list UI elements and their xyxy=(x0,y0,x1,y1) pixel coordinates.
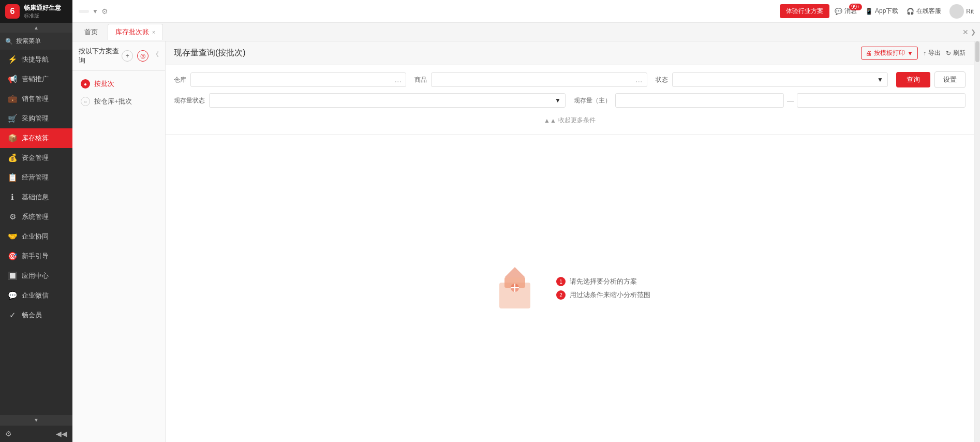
print-button[interactable]: 🖨 按模板打印 ▼ xyxy=(861,47,918,60)
nav-icon-9: 🤝 xyxy=(7,232,18,241)
sidebar-item-kuaijie[interactable]: ⚡ 快捷导航 xyxy=(0,50,72,69)
inventory-qty-label: 现存量（主） xyxy=(574,96,611,105)
topbar-settings-icon[interactable]: ⚙ xyxy=(101,7,108,16)
message-icon: 💬 xyxy=(835,8,842,15)
inventory-status-dropdown-icon: ▼ xyxy=(555,97,561,104)
query-row-2: 现存量状态 ▼ 现存量（主） — xyxy=(174,93,966,108)
warehouse-field: 仓库 … xyxy=(174,72,406,87)
sidebar-item-xiaoshou[interactable]: 💼 销售管理 xyxy=(0,89,72,109)
breadcrumb-dropdown-icon[interactable]: ▼ xyxy=(92,8,98,15)
app-download-btn[interactable]: 📱 App下载 xyxy=(865,7,898,16)
nav-icon-13: ✓ xyxy=(7,311,18,320)
sidebar-item-xinshou[interactable]: 🎯 新手引导 xyxy=(0,246,72,266)
qty-range-to[interactable] xyxy=(797,93,966,108)
sidebar-item-kucun[interactable]: 📦 库存核算 xyxy=(0,128,72,148)
trial-button[interactable]: 体验行业方案 xyxy=(780,4,829,18)
tab-scroll-icon[interactable]: ❯ xyxy=(971,28,976,36)
sidebar-item-huiyuan[interactable]: ✓ 畅会员 xyxy=(0,305,72,325)
goods-input[interactable]: … xyxy=(431,72,647,87)
nav-icon-6: 📋 xyxy=(7,173,18,182)
warehouse-input[interactable]: … xyxy=(190,72,406,87)
sidebar-item-label-4: 库存核算 xyxy=(22,134,49,143)
tab-home[interactable]: 首页 xyxy=(77,24,106,40)
tab-panel-close-btn[interactable]: ✕ xyxy=(962,28,969,36)
sidebar-item-zijin[interactable]: 💰 资金管理 xyxy=(0,148,72,168)
status-select[interactable]: ▼ xyxy=(672,72,888,87)
online-service-btn[interactable]: 🎧 在线客服 xyxy=(907,7,941,16)
nav-icon-11: 🔲 xyxy=(7,271,18,281)
filter-list: ● 按批次 ○ 按仓库+批次 xyxy=(72,71,165,114)
status-dropdown-icon: ▼ xyxy=(877,76,883,83)
filter-panel-header: 按以下方案查询 + ◎ 《 xyxy=(72,41,165,71)
sidebar-item-jingying[interactable]: 📋 经营管理 xyxy=(0,168,72,187)
filter-add-btn[interactable]: + xyxy=(122,50,133,62)
query-form: 仓库 … 商品 … 状态 xyxy=(166,65,974,135)
search-label: 搜索菜单 xyxy=(16,37,41,46)
right-scrollbar[interactable] xyxy=(974,41,980,442)
qty-range-from[interactable] xyxy=(615,93,784,108)
sidebar-item-yingyong[interactable]: 🔲 应用中心 xyxy=(0,266,72,286)
sidebar-item-label-0: 快捷导航 xyxy=(22,55,49,64)
filter-active-icon: ● xyxy=(81,79,90,89)
sidebar-footer: ⚙ ◀◀ xyxy=(0,425,72,442)
collapse-up-icon: ▲▲ xyxy=(544,117,556,124)
filter-item-label-1: 按仓库+批次 xyxy=(94,97,132,106)
user-avatar-area[interactable]: Rit xyxy=(949,4,974,19)
page-header-actions: 🖨 按模板打印 ▼ ↑ 导出 ↻ 刷新 xyxy=(861,47,966,60)
sidebar-item-label-10: 新手引导 xyxy=(22,252,49,261)
search-menu[interactable]: 🔍 搜索菜单 xyxy=(0,33,72,50)
filter-inactive-icon: ○ xyxy=(81,97,90,106)
messages-btn[interactable]: 💬 消息 99+ xyxy=(835,7,857,16)
sidebar-item-caigou[interactable]: 🛒 采购管理 xyxy=(0,109,72,128)
tab-active-label: 库存批次账 xyxy=(115,27,149,37)
query-button[interactable]: 查询 xyxy=(896,72,930,87)
settings-button[interactable]: 设置 xyxy=(934,71,966,88)
sidebar-item-yingxiao[interactable]: 📢 营销推广 xyxy=(0,69,72,89)
collapse-icon[interactable]: ◀◀ xyxy=(56,430,67,438)
tab-kucun-pici[interactable]: 库存批次账 × xyxy=(108,24,163,40)
topbar: ▼ ⚙ 体验行业方案 💬 消息 99+ 📱 App下载 🎧 在线客服 Rit xyxy=(72,0,980,23)
empty-tip-1: 1 请先选择要分析的方案 xyxy=(556,277,650,286)
nav-icon-5: 💰 xyxy=(7,153,18,163)
filter-panel-actions: + ◎ 《 xyxy=(122,50,159,62)
collapse-more-btn[interactable]: ▲▲ 收起更多条件 xyxy=(174,113,966,128)
filter-collapse-icon[interactable]: 《 xyxy=(153,50,159,62)
nav-icon-7: ℹ xyxy=(7,193,18,202)
range-separator: — xyxy=(787,97,794,105)
inventory-status-select[interactable]: ▼ xyxy=(209,93,566,108)
scrollbar-thumb[interactable] xyxy=(975,41,979,62)
nav-icon-8: ⚙ xyxy=(7,212,18,222)
sidebar-item-qiye[interactable]: 🤝 企业协同 xyxy=(0,227,72,246)
sidebar-item-label-8: 系统管理 xyxy=(22,212,49,222)
tab-close-icon[interactable]: × xyxy=(152,30,155,35)
right-panel: 现存量查询(按批次) 🖨 按模板打印 ▼ ↑ 导出 ↻ 刷新 xyxy=(166,41,974,442)
sidebar-header: 6 畅康通好生意 标准版 xyxy=(0,0,72,23)
sidebar-item-weixin[interactable]: 💬 企业微信 xyxy=(0,286,72,305)
scroll-up-arrow[interactable]: ▲ xyxy=(0,23,72,33)
sidebar-item-label-11: 应用中心 xyxy=(22,271,49,281)
nav-icon-1: 📢 xyxy=(7,75,18,84)
filter-item-pici[interactable]: ● 按批次 xyxy=(72,75,165,93)
filter-item-cangku-pici[interactable]: ○ 按仓库+批次 xyxy=(72,93,165,110)
print-dropdown-icon[interactable]: ▼ xyxy=(907,50,913,57)
settings-icon[interactable]: ⚙ xyxy=(5,430,12,438)
warehouse-label: 仓库 xyxy=(174,76,186,84)
export-button[interactable]: ↑ 导出 xyxy=(923,49,941,57)
printer-icon: 🖨 xyxy=(866,50,872,57)
phone-icon: 📱 xyxy=(865,8,873,15)
scroll-down-arrow[interactable]: ▼ xyxy=(0,415,72,425)
filter-target-btn[interactable]: ◎ xyxy=(137,50,149,62)
sidebar-item-xitong[interactable]: ⚙ 系统管理 xyxy=(0,207,72,227)
inventory-qty-field: 现存量（主） — xyxy=(574,93,966,108)
filter-panel: 按以下方案查询 + ◎ 《 ● 按批次 ○ 按仓库+批次 xyxy=(72,41,166,442)
empty-state: 1 请先选择要分析的方案 2 用过滤条件来缩小分析范围 xyxy=(166,135,974,442)
sidebar-nav: ⚡ 快捷导航 📢 营销推广 💼 销售管理 🛒 采购管理 📦 库存核算 💰 资金管… xyxy=(0,50,72,415)
refresh-button[interactable]: ↻ 刷新 xyxy=(946,49,966,57)
sidebar-item-jichu[interactable]: ℹ 基础信息 xyxy=(0,187,72,207)
tab-home-label: 首页 xyxy=(84,27,98,37)
sidebar-item-label-3: 采购管理 xyxy=(22,114,49,123)
query-row-1: 仓库 … 商品 … 状态 xyxy=(174,71,966,88)
print-label: 按模板打印 xyxy=(874,49,905,57)
empty-tip-2: 2 用过滤条件来缩小分析范围 xyxy=(556,290,650,300)
empty-tip-2-text: 用过滤条件来缩小分析范围 xyxy=(570,290,650,300)
